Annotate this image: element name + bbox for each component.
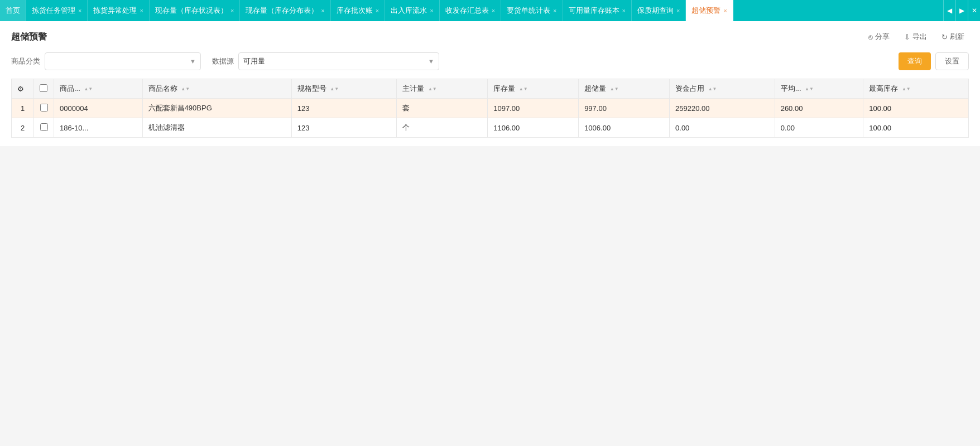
col-select-all[interactable] <box>34 79 54 99</box>
nav-prev-arrow[interactable]: ◀ <box>943 0 955 21</box>
col-gear[interactable]: ⚙ <box>12 79 34 99</box>
sort-icon-capital: ▲▼ <box>708 86 717 91</box>
nav-close-8[interactable]: × <box>553 7 556 14</box>
row-num-0: 1 <box>12 99 34 118</box>
row-unit-0: 套 <box>397 99 488 118</box>
export-button[interactable]: ⇩ 导出 <box>900 30 931 44</box>
refresh-icon: ↻ <box>941 33 948 41</box>
sort-icon-unit: ▲▼ <box>428 86 437 91</box>
row-name-1: 机油滤清器 <box>142 118 291 138</box>
col-unit[interactable]: 主计量 ▲▼ <box>397 79 488 99</box>
nav-item-5[interactable]: 库存批次账 × <box>331 0 385 21</box>
category-arrow-icon: ▼ <box>190 58 196 65</box>
nav-item-0[interactable]: 首页 <box>0 0 26 21</box>
settings-button[interactable]: 设置 <box>935 52 969 70</box>
row-name-0: 六配套新昌490BPG <box>142 99 291 118</box>
sort-icon-stock: ▲▼ <box>519 86 528 91</box>
col-spec[interactable]: 规格型号 ▲▼ <box>291 79 397 99</box>
col-code[interactable]: 商品... ▲▼ <box>54 79 143 99</box>
row-stock-0: 1097.00 <box>488 99 579 118</box>
nav-item-3[interactable]: 现存量（库存状况表） × <box>150 0 240 21</box>
row-avg-0: 260.00 <box>775 99 863 118</box>
sort-icon-max: ▲▼ <box>902 86 911 91</box>
col-over[interactable]: 超储量 ▲▼ <box>579 79 670 99</box>
filter-row: 商品分类 ▼ 数据源 可用量 ▼ 查询 设置 <box>11 52 969 70</box>
category-filter: 商品分类 ▼ <box>11 52 201 70</box>
table-header-row: ⚙ 商品... ▲▼ 商品名称 ▲▼ 规格型号 ▲▼ 主计量 ▲▼ 库存量 ▲▼… <box>12 79 969 99</box>
page-title-bar: 超储预警 ⎋ 分享 ⇩ 导出 ↻ 刷新 <box>11 30 969 44</box>
select-all-checkbox[interactable] <box>40 84 47 92</box>
sort-icon-name: ▲▼ <box>181 86 190 91</box>
table-row: 2 186-10... 机油滤清器 123 个 1106.00 1006.00 … <box>12 118 969 138</box>
share-icon: ⎋ <box>868 33 873 41</box>
nav-close-10[interactable]: × <box>676 7 680 14</box>
row-select-0[interactable] <box>40 104 48 112</box>
datasource-value: 可用量 <box>243 56 265 66</box>
row-avg-1: 0.00 <box>775 118 863 138</box>
page-title: 超储预警 <box>11 31 47 43</box>
datasource-arrow-icon: ▼ <box>428 58 434 65</box>
nav-item-9[interactable]: 可用量库存账本 × <box>563 0 632 21</box>
nav-close-9[interactable]: × <box>622 7 626 14</box>
datasource-select[interactable]: 可用量 ▼ <box>238 52 439 70</box>
table-row: 1 0000004 六配套新昌490BPG 123 套 1097.00 997.… <box>12 99 969 118</box>
query-button[interactable]: 查询 <box>899 52 931 70</box>
row-num-1: 2 <box>12 118 34 138</box>
row-capital-1: 0.00 <box>670 118 775 138</box>
category-label: 商品分类 <box>11 56 40 66</box>
nav-item-1[interactable]: 拣货任务管理 × <box>26 0 88 21</box>
export-icon: ⇩ <box>904 33 910 41</box>
nav-close-arrow[interactable]: ✕ <box>968 0 980 21</box>
row-spec-1: 123 <box>291 118 397 138</box>
page-actions: ⎋ 分享 ⇩ 导出 ↻ 刷新 <box>864 30 969 44</box>
row-select-1[interactable] <box>40 123 48 131</box>
filter-buttons: 查询 设置 <box>899 52 969 70</box>
row-over-0: 997.00 <box>579 99 670 118</box>
row-over-1: 1006.00 <box>579 118 670 138</box>
nav-close-7[interactable]: × <box>492 7 495 14</box>
sort-icon-over: ▲▼ <box>610 86 619 91</box>
page-content: 超储预警 ⎋ 分享 ⇩ 导出 ↻ 刷新 商品分类 ▼ 数据源 <box>0 21 980 146</box>
row-code-0: 0000004 <box>54 99 143 118</box>
row-max-0: 100.00 <box>863 99 969 118</box>
nav-close-6[interactable]: × <box>430 7 433 14</box>
nav-close-11[interactable]: × <box>723 7 727 14</box>
category-select[interactable]: ▼ <box>45 52 201 70</box>
sort-icon-code: ▲▼ <box>84 86 93 91</box>
nav-item-4[interactable]: 现存量（库存分布表） × <box>240 0 330 21</box>
col-capital[interactable]: 资金占用 ▲▼ <box>670 79 775 99</box>
nav-close-1[interactable]: × <box>78 7 81 14</box>
nav-item-8[interactable]: 要货单统计表 × <box>501 0 563 21</box>
col-stock[interactable]: 库存量 ▲▼ <box>488 79 579 99</box>
datasource-filter: 数据源 可用量 ▼ <box>212 52 439 70</box>
row-checkbox-1[interactable] <box>34 118 54 138</box>
nav-close-4[interactable]: × <box>321 7 324 14</box>
gear-icon: ⚙ <box>17 85 24 93</box>
nav-item-6[interactable]: 出入库流水 × <box>385 0 439 21</box>
sort-icon-avg: ▲▼ <box>805 86 814 91</box>
row-capital-0: 259220.00 <box>670 99 775 118</box>
row-unit-1: 个 <box>397 118 488 138</box>
data-table: ⚙ 商品... ▲▼ 商品名称 ▲▼ 规格型号 ▲▼ 主计量 ▲▼ 库存量 ▲▼… <box>11 79 969 138</box>
top-navigation: 首页拣货任务管理 ×拣货异常处理 ×现存量（库存状况表） ×现存量（库存分布表）… <box>0 0 980 21</box>
nav-close-5[interactable]: × <box>376 7 379 14</box>
col-max[interactable]: 最高库存 ▲▼ <box>863 79 969 99</box>
share-button[interactable]: ⎋ 分享 <box>864 30 894 44</box>
sort-icon-spec: ▲▼ <box>330 86 339 91</box>
row-code-1: 186-10... <box>54 118 143 138</box>
refresh-button[interactable]: ↻ 刷新 <box>937 30 969 44</box>
col-avg[interactable]: 平均... ▲▼ <box>775 79 863 99</box>
nav-item-11[interactable]: 超储预警 × <box>686 0 733 21</box>
nav-item-10[interactable]: 保质期查询 × <box>632 0 686 21</box>
datasource-label: 数据源 <box>212 56 234 66</box>
row-max-1: 100.00 <box>863 118 969 138</box>
nav-next-arrow[interactable]: ▶ <box>955 0 968 21</box>
nav-item-7[interactable]: 收发存汇总表 × <box>440 0 501 21</box>
row-stock-1: 1106.00 <box>488 118 579 138</box>
nav-close-2[interactable]: × <box>140 7 143 14</box>
row-spec-0: 123 <box>291 99 397 118</box>
nav-close-3[interactable]: × <box>230 7 234 14</box>
col-name[interactable]: 商品名称 ▲▼ <box>142 79 291 99</box>
row-checkbox-0[interactable] <box>34 99 54 118</box>
nav-item-2[interactable]: 拣货异常处理 × <box>88 0 149 21</box>
